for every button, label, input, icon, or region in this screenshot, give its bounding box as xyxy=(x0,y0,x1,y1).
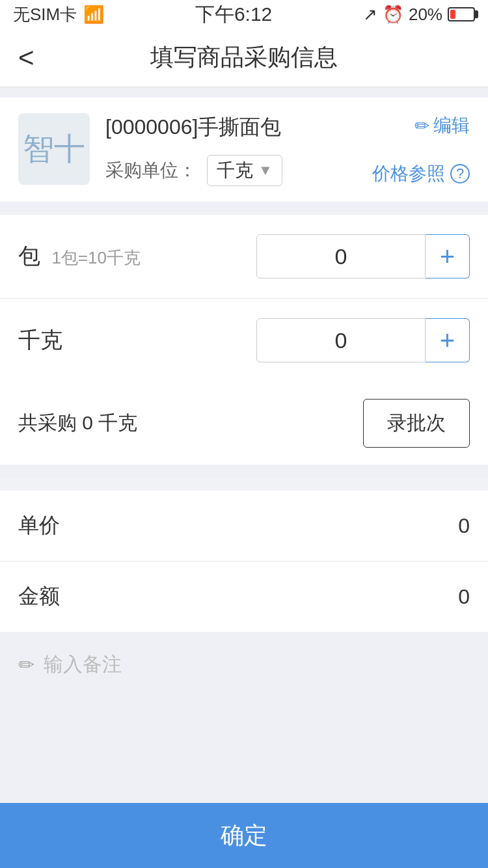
batch-button[interactable]: 录批次 xyxy=(363,399,470,448)
summary-row: 共采购 0 千克 录批次 xyxy=(0,382,488,465)
summary-prefix: 共采购 xyxy=(18,412,77,433)
quantity-row-kg: 千克 + xyxy=(0,299,488,382)
location-icon: ↗ xyxy=(363,5,377,25)
back-button[interactable]: < xyxy=(18,42,34,74)
quantity-label-bag: 包 1包=10千克 xyxy=(18,241,256,271)
nav-bar: < 填写商品采购信息 xyxy=(0,29,488,87)
notes-placeholder: 输入备注 xyxy=(44,651,122,678)
quantity-input-wrap-kg: + xyxy=(256,318,470,362)
alarm-icon: ⏰ xyxy=(383,5,403,25)
section-divider-2 xyxy=(0,465,488,478)
quantity-row-bag: 包 1包=10千克 + xyxy=(0,215,488,299)
confirm-label: 确定 xyxy=(221,820,267,852)
amount-row: 金额 0 xyxy=(0,562,488,632)
status-right: ↗ ⏰ 20% xyxy=(363,5,475,25)
quantity-plus-bag[interactable]: + xyxy=(426,234,470,278)
edit-label: 编辑 xyxy=(433,113,470,138)
page-title: 填写商品采购信息 xyxy=(150,42,338,74)
status-left: 无SIM卡 📶 xyxy=(13,3,104,26)
info-section: 单价 0 金额 0 xyxy=(0,491,488,632)
battery-text: 20% xyxy=(409,5,442,25)
quantity-sublabel-bag: 1包=10千克 xyxy=(51,248,141,267)
product-thumb-text: 智十 xyxy=(23,128,85,170)
unit-value: 千克 xyxy=(217,158,253,183)
amount-label: 金额 xyxy=(18,582,60,611)
summary-text: 共采购 0 千克 xyxy=(18,410,137,437)
unit-price-label: 单价 xyxy=(18,511,60,540)
unit-price-row: 单价 0 xyxy=(0,491,488,562)
confirm-button[interactable]: 确定 xyxy=(0,803,488,868)
unit-price-value: 0 xyxy=(458,514,470,538)
notes-icon: ✏ xyxy=(18,653,34,676)
unit-dropdown-arrow: ▼ xyxy=(258,162,273,179)
wifi-icon: 📶 xyxy=(83,5,104,25)
quantity-section: 包 1包=10千克 + 千克 + xyxy=(0,215,488,382)
product-thumbnail: 智十 xyxy=(18,113,90,185)
quantity-input-kg[interactable] xyxy=(256,318,426,362)
status-bar: 无SIM卡 📶 下午6:12 ↗ ⏰ 20% xyxy=(0,0,488,29)
unit-select[interactable]: 千克 ▼ xyxy=(207,155,282,186)
price-ref-help-icon: ? xyxy=(450,164,470,183)
quantity-label-kg: 千克 xyxy=(18,325,256,355)
top-divider xyxy=(0,87,488,98)
quantity-input-bag[interactable] xyxy=(256,234,426,278)
amount-value: 0 xyxy=(458,585,470,609)
status-time: 下午6:12 xyxy=(195,1,272,28)
quantity-input-wrap-bag: + xyxy=(256,234,470,278)
edit-link[interactable]: ✏ 编辑 xyxy=(414,113,470,138)
product-card: 智十 [0000006]手撕面包 采购单位： 千克 ▼ ✏ 编辑 价格参照 ? xyxy=(0,98,488,202)
summary-unit-text: 千克 xyxy=(98,412,137,433)
battery-icon xyxy=(448,7,475,21)
carrier-text: 无SIM卡 xyxy=(13,3,77,26)
edit-icon: ✏ xyxy=(414,115,429,137)
quantity-plus-kg[interactable]: + xyxy=(426,318,470,362)
summary-num: 0 xyxy=(82,412,93,433)
section-divider-1 xyxy=(0,202,488,215)
price-ref-label: 价格参照 xyxy=(372,161,445,186)
notes-section[interactable]: ✏ 输入备注 xyxy=(0,632,488,698)
unit-label: 采购单位： xyxy=(105,158,197,183)
price-ref-button[interactable]: 价格参照 ? xyxy=(372,161,470,186)
